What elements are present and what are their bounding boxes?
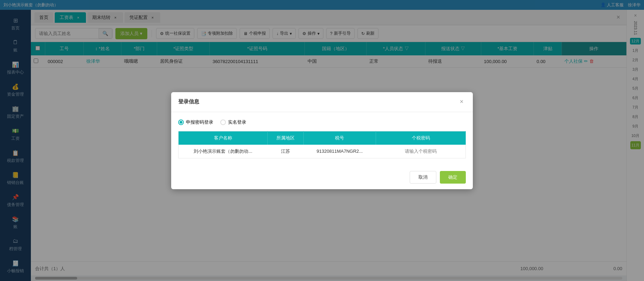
client-region-cell: 江苏 (268, 145, 303, 158)
col-client-name: 客户名称 (179, 131, 268, 145)
realname-login-radio[interactable]: 实名登录 (220, 119, 246, 125)
dialog-title: 登录信息 (178, 98, 199, 105)
col-region: 所属地区 (268, 131, 303, 145)
login-type-radio-group: 申报密码登录 实名登录 (178, 119, 466, 125)
dialog-overlay: 登录信息 × 申报密码登录 实名登录 客户名称 所属 (0, 0, 644, 281)
dialog-header: 登录信息 × (171, 92, 473, 112)
confirm-button[interactable]: 确定 (440, 171, 466, 184)
client-table: 客户名称 所属地区 税号 个税密码 刘小艳演示账套（勿删勿动... 江苏 913… (178, 131, 466, 158)
realname-radio-circle (220, 119, 226, 125)
client-tax-id-cell: 91320811MA7NGR2... (303, 145, 376, 158)
tax-password-input[interactable] (380, 149, 461, 154)
client-name-cell: 刘小艳演示账套（勿删勿动... (179, 145, 268, 158)
col-tax-id: 税号 (303, 131, 376, 145)
password-login-label: 申报密码登录 (186, 119, 213, 125)
dialog-close-button[interactable]: × (457, 98, 466, 106)
password-login-radio[interactable]: 申报密码登录 (178, 119, 213, 125)
col-tax-password: 个税密码 (376, 131, 466, 145)
dialog-footer: 取消 确定 (171, 165, 473, 189)
client-row: 刘小艳演示账套（勿删勿动... 江苏 91320811MA7NGR2... (179, 145, 466, 158)
cancel-button[interactable]: 取消 (410, 171, 436, 184)
password-radio-circle (178, 119, 184, 125)
login-dialog: 登录信息 × 申报密码登录 实名登录 客户名称 所属 (171, 92, 473, 189)
realname-login-label: 实名登录 (228, 119, 246, 125)
dialog-body: 申报密码登录 实名登录 客户名称 所属地区 税号 个税密码 (171, 112, 473, 165)
